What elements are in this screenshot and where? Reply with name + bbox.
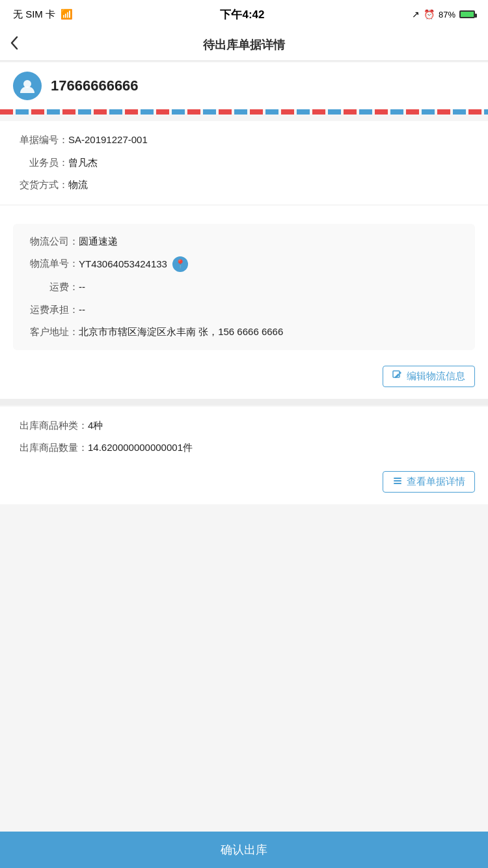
delivery-method-row: 交货方式： 物流 [13,178,475,193]
goods-types-row: 出库商品种类： 4种 [13,418,475,433]
customer-header: 17666666666 [0,62,488,109]
status-carrier: 无 SIM 卡 📶 [13,8,73,21]
view-detail-icon [392,476,403,488]
freight-row: 运费： -- [23,280,465,295]
delivery-method-label: 交货方式： [13,178,68,193]
edit-logistics-button[interactable]: 编辑物流信息 [383,366,475,387]
logistics-company-value: 圆通速递 [79,234,465,249]
order-no-row: 单据编号： SA-20191227-001 [13,133,475,148]
location-pin-icon[interactable]: 📍 [172,256,188,272]
edit-logistics-label: 编辑物流信息 [407,370,465,383]
customer-phone: 17666666666 [51,77,139,94]
freight-bearer-label: 运费承担： [23,303,79,318]
logistics-card: 物流公司： 圆通速递 物流单号： YT43064053424133 📍 运费： … [13,224,475,350]
logistics-company-label: 物流公司： [23,234,79,249]
edit-icon [392,370,403,383]
gray-separator [0,399,488,405]
address-value: 北京市市辖区海淀区永丰南 张，156 6666 6666 [79,325,465,340]
salesperson-row: 业务员： 曾凡杰 [13,156,475,170]
svg-rect-3 [394,480,401,481]
goods-types-label: 出库商品种类： [13,418,88,433]
alarm-icon: ⏰ [424,9,435,20]
freight-value: -- [79,280,465,295]
view-detail-label: 查看单据详情 [407,476,465,488]
svg-rect-4 [394,483,401,484]
view-detail-button[interactable]: 查看单据详情 [383,471,475,493]
confirm-btn-wrapper: 确认出库 [0,832,488,868]
logistics-company-row: 物流公司： 圆通速递 [23,234,465,249]
goods-qty-label: 出库商品数量： [13,441,88,455]
back-button[interactable] [5,31,23,59]
order-no-value: SA-20191227-001 [68,133,475,148]
svg-rect-2 [394,478,401,479]
goods-qty-row: 出库商品数量： 14.620000000000001件 [13,441,475,455]
confirm-outbound-button[interactable]: 确认出库 [0,842,488,858]
location-icon: ↗ [412,9,420,20]
address-row: 客户地址： 北京市市辖区海淀区永丰南 张，156 6666 6666 [23,325,465,340]
status-time: 下午4:42 [220,7,264,22]
tracking-value: YT43064053424133 📍 [79,256,465,272]
freight-label: 运费： [23,280,79,295]
battery-percent: 87% [439,10,455,20]
tracking-label: 物流单号： [23,256,79,271]
goods-qty-value: 14.620000000000001件 [88,441,475,455]
page-title: 待出库单据详情 [203,37,285,53]
goods-types-value: 4种 [88,418,475,433]
address-label: 客户地址： [23,325,79,340]
goods-section: 出库商品种类： 4种 出库商品数量： 14.620000000000001件 查… [0,407,488,504]
freight-bearer-row: 运费承担： -- [23,303,465,318]
order-no-label: 单据编号： [13,133,68,148]
nav-bar: 待出库单据详情 [0,29,488,61]
status-right: ↗ ⏰ 87% [412,9,475,20]
empty-area [0,504,488,634]
avatar [13,72,42,100]
salesperson-value: 曾凡杰 [68,156,475,170]
freight-bearer-value: -- [79,303,465,318]
salesperson-label: 业务员： [13,156,68,170]
wifi-icon: 📶 [61,8,73,20]
dashed-divider [0,109,488,115]
battery-icon [459,10,475,18]
order-info-section: 单据编号： SA-20191227-001 业务员： 曾凡杰 交货方式： 物流 [0,121,488,204]
status-bar: 无 SIM 卡 📶 下午4:42 ↗ ⏰ 87% [0,0,488,29]
delivery-method-value: 物流 [68,178,475,193]
tracking-row: 物流单号： YT43064053424133 📍 [23,256,465,272]
logistics-section: 物流公司： 圆通速递 物流单号： YT43064053424133 📍 运费： … [0,206,488,399]
